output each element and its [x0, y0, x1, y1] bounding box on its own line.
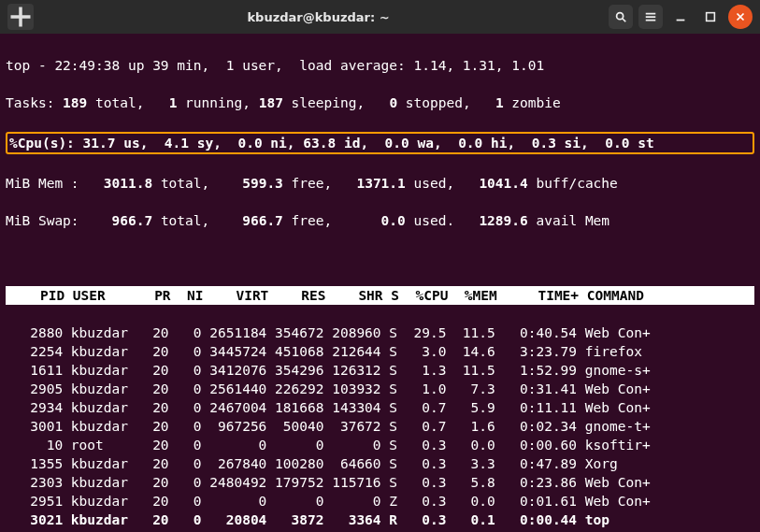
process-row: 2880 kbuzdar 20 0 2651184 354672 208960 … — [6, 324, 754, 342]
swap-line: MiB Swap: 966.7 total, 966.7 free, 0.0 u… — [6, 211, 754, 230]
top-summary-line: top - 22:49:38 up 39 min, 1 user, load a… — [6, 56, 754, 75]
tasks-line: Tasks: 189 total, 1 running, 187 sleepin… — [6, 93, 754, 112]
process-list: 2880 kbuzdar 20 0 2651184 354672 208960 … — [6, 324, 754, 532]
process-row: 2951 kbuzdar 20 0 0 0 0 Z 0.3 0.0 0:01.6… — [6, 492, 754, 510]
process-row: 1611 kbuzdar 20 0 3412076 354296 126312 … — [6, 361, 754, 380]
svg-rect-1 — [707, 13, 715, 22]
mem-line: MiB Mem : 3011.8 total, 599.3 free, 1371… — [6, 174, 754, 193]
process-row: 2905 kbuzdar 20 0 2561440 226292 103932 … — [6, 380, 754, 398]
process-row: 2934 kbuzdar 20 0 2467004 181668 143304 … — [6, 398, 754, 417]
process-header: PID USER PR NI VIRT RES SHR S %CPU %MEM … — [6, 286, 754, 305]
process-row: 1355 kbuzdar 20 0 267840 100280 64660 S … — [6, 454, 754, 473]
process-row-current: 3021 kbuzdar 20 0 20804 3872 3364 R 0.3 … — [6, 510, 754, 529]
process-row: 2254 kbuzdar 20 0 3445724 451068 212644 … — [6, 342, 754, 361]
new-tab-button[interactable] — [7, 4, 34, 30]
blank-line — [6, 249, 754, 267]
cpu-line: %Cpu(s): 31.7 us, 4.1 sy, 0.0 ni, 63.8 i… — [9, 136, 654, 151]
cpu-line-highlight: %Cpu(s): 31.7 us, 4.1 sy, 0.0 ni, 63.8 i… — [6, 132, 754, 154]
close-button[interactable] — [728, 5, 753, 29]
search-button[interactable] — [609, 5, 633, 29]
titlebar: kbuzdar@kbuzdar: ~ — [0, 0, 760, 34]
terminal-output[interactable]: top - 22:49:38 up 39 min, 1 user, load a… — [0, 34, 760, 532]
process-row: 10 root 20 0 0 0 0 S 0.3 0.0 0:00.60 kso… — [6, 436, 754, 454]
minimize-button[interactable] — [668, 5, 693, 29]
maximize-button[interactable] — [698, 5, 723, 29]
svg-point-0 — [617, 13, 624, 20]
process-row: 3001 kbuzdar 20 0 967256 50040 37672 S 0… — [6, 417, 754, 436]
process-row: 2303 kbuzdar 20 0 2480492 179752 115716 … — [6, 473, 754, 492]
hamburger-menu-button[interactable] — [638, 5, 663, 29]
window-title: kbuzdar@kbuzdar: ~ — [247, 10, 389, 24]
